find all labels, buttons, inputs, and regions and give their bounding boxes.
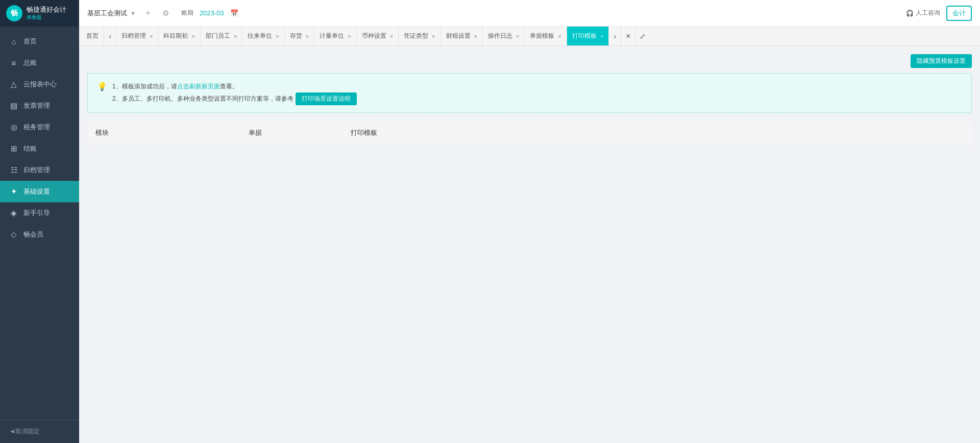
info-line2-prefix: 2、多员工、多打印机、多种业务类型设置不同打印方案等，请参考	[112, 93, 293, 105]
service-label: 人工咨询	[916, 9, 940, 17]
tab-label-taxsetting: 财税设置	[446, 32, 471, 40]
info-line1-prefix: 1、模板添加成功后，请	[112, 83, 177, 90]
sidebar-item-invoice[interactable]: ▤发票管理	[0, 95, 79, 116]
sidebar-label-archive: 归档管理	[23, 166, 50, 175]
sidebar-item-archive[interactable]: ☷归档管理	[0, 159, 79, 181]
company-selector[interactable]: 基层工会测试 ▼	[87, 9, 136, 18]
tab-subject[interactable]: 科目期初×	[158, 27, 200, 46]
ledger-icon: ≡	[9, 59, 18, 67]
print-scene-button[interactable]: 打印场景设置说明	[296, 92, 357, 105]
tab-close-subject[interactable]: ×	[191, 33, 194, 39]
tab-label-subject: 科目期初	[163, 32, 188, 40]
sidebar-nav: ⌂首页≡总账△云报表中心▤发票管理◎税务管理⊞结账☷归档管理✦基础设置◈新手引导…	[0, 27, 79, 419]
sidebar-item-settle[interactable]: ⊞结账	[0, 138, 79, 159]
tab-close-oplog[interactable]: ×	[516, 33, 519, 39]
tab-currency[interactable]: 币种设置×	[357, 27, 399, 46]
sidebar-label-reports: 云报表中心	[23, 80, 57, 89]
main-content: 隐藏预置模板设置 💡 1、模板添加成功后，请点击刷新新页面查看。 2、多员工、多…	[79, 46, 980, 443]
lightbulb-icon: 💡	[97, 82, 107, 91]
tab-close-all-button[interactable]: ×	[621, 27, 635, 46]
tab-unit[interactable]: 计量单位×	[314, 27, 356, 46]
tab-voucher[interactable]: 凭证类型×	[399, 27, 440, 46]
company-dropdown-arrow: ▼	[130, 10, 136, 16]
tab-label-oplog: 操作日志	[488, 32, 512, 40]
logo-icon: 畅	[6, 5, 22, 21]
sidebar-item-guide[interactable]: ◈新手引导	[0, 202, 79, 224]
company-name: 基层工会测试	[87, 9, 127, 18]
action-bar: 隐藏预置模板设置	[87, 54, 972, 68]
tab-close-currency[interactable]: ×	[390, 33, 393, 39]
tab-label-dept: 部门员工	[206, 32, 230, 40]
tab-close-dept[interactable]: ×	[234, 33, 237, 39]
tab-close-slip[interactable]: ×	[558, 33, 561, 39]
reports-icon: △	[9, 80, 18, 89]
info-box: 💡 1、模板添加成功后，请点击刷新新页面查看。 2、多员工、多打印机、多种业务类…	[87, 73, 972, 113]
logo-name: 畅捷通好会计	[27, 6, 66, 14]
sidebar-item-member[interactable]: ◇畅会员	[0, 224, 79, 245]
tab-label-slip: 单据模板	[530, 32, 554, 40]
tab-printtemplate[interactable]: 打印模板×	[567, 27, 609, 46]
sidebar-label-home: 首页	[23, 37, 37, 46]
tab-supplier[interactable]: 往来单位×	[242, 27, 284, 46]
column-slip: 单据	[240, 126, 342, 139]
tab-label-unit: 计量单位	[320, 32, 344, 40]
tab-label-archive: 归档管理	[121, 32, 146, 40]
tab-nav-prev[interactable]: ‹	[104, 27, 116, 46]
tab-expand-button[interactable]: ⤢	[635, 27, 650, 46]
settings-gear-button[interactable]: ⚙	[160, 9, 171, 18]
refresh-page-link[interactable]: 点击刷新新页面	[177, 83, 220, 90]
customer-service-button[interactable]: 🎧 人工咨询	[906, 9, 940, 17]
tab-taxsetting[interactable]: 财税设置×	[441, 27, 483, 46]
tab-nav-next[interactable]: ›	[609, 27, 621, 46]
tab-slip[interactable]: 单据模板×	[525, 27, 567, 46]
tab-close-inventory[interactable]: ×	[306, 33, 309, 39]
table-header: 模块 单据 打印模板	[87, 121, 972, 145]
logo-sub: 体验版	[27, 14, 66, 21]
hide-preview-button[interactable]: 隐藏预置模板设置	[911, 54, 972, 68]
tab-close-voucher[interactable]: ×	[432, 33, 435, 39]
sidebar-item-ledger[interactable]: ≡总账	[0, 52, 79, 74]
info-text: 1、模板添加成功后，请点击刷新新页面查看。 2、多员工、多打印机、多种业务类型设…	[112, 81, 357, 105]
sidebar-label-invoice: 发票管理	[23, 101, 50, 110]
sidebar-item-tax[interactable]: ◎税务管理	[0, 116, 79, 138]
sidebar-item-home[interactable]: ⌂首页	[0, 31, 79, 52]
column-module: 模块	[87, 126, 240, 139]
sidebar-label-member: 畅会员	[23, 230, 43, 239]
print-template-table: 模块 单据 打印模板	[87, 121, 972, 145]
settle-icon: ⊞	[9, 144, 18, 153]
tab-oplog[interactable]: 操作日志×	[483, 27, 525, 46]
home-icon: ⌂	[9, 37, 18, 46]
basic-icon: ✦	[9, 187, 18, 196]
add-company-button[interactable]: ＋	[142, 8, 154, 18]
tab-close-archive[interactable]: ×	[150, 33, 153, 39]
sidebar-label-settle: 结账	[23, 144, 37, 153]
tab-close-printtemplate[interactable]: ×	[600, 33, 603, 39]
sidebar-item-basic[interactable]: ✦基础设置	[0, 181, 79, 202]
tab-archive[interactable]: 归档管理×	[116, 27, 158, 46]
tab-dept[interactable]: 部门员工×	[201, 27, 242, 46]
sidebar: 畅 畅捷通好会计 体验版 ⌂首页≡总账△云报表中心▤发票管理◎税务管理⊞结账☷归…	[0, 0, 79, 443]
kuaiji-button[interactable]: 会计	[946, 6, 972, 21]
sidebar-item-reports[interactable]: △云报表中心	[0, 74, 79, 95]
tab-label-supplier: 往来单位	[248, 32, 272, 40]
main-area: 基层工会测试 ▼ ＋ ⚙ 账期 2023-03 📅 🎧 人工咨询 会计 首页‹归…	[79, 0, 980, 443]
tab-close-unit[interactable]: ×	[348, 33, 351, 39]
cancel-fixed-button[interactable]: ◄取消固定	[0, 419, 79, 443]
tab-home[interactable]: 首页	[81, 27, 104, 46]
tab-inventory[interactable]: 存货×	[285, 27, 314, 46]
period-value: 2023-03	[200, 9, 224, 17]
info-line1-suffix: 查看。	[220, 83, 238, 90]
member-icon: ◇	[9, 230, 18, 239]
tab-close-supplier[interactable]: ×	[276, 33, 279, 39]
sidebar-label-basic: 基础设置	[23, 187, 50, 196]
archive-icon: ☷	[9, 166, 18, 175]
tab-label-voucher: 凭证类型	[404, 32, 428, 40]
tab-close-taxsetting[interactable]: ×	[474, 33, 477, 39]
top-header: 基层工会测试 ▼ ＋ ⚙ 账期 2023-03 📅 🎧 人工咨询 会计	[79, 0, 980, 27]
calendar-icon[interactable]: 📅	[230, 9, 238, 17]
sidebar-label-tax: 税务管理	[23, 123, 50, 132]
column-template: 打印模板	[342, 126, 972, 139]
guide-icon: ◈	[9, 208, 18, 218]
tab-label-inventory: 存货	[290, 32, 302, 40]
tab-label-printtemplate: 打印模板	[572, 32, 597, 40]
